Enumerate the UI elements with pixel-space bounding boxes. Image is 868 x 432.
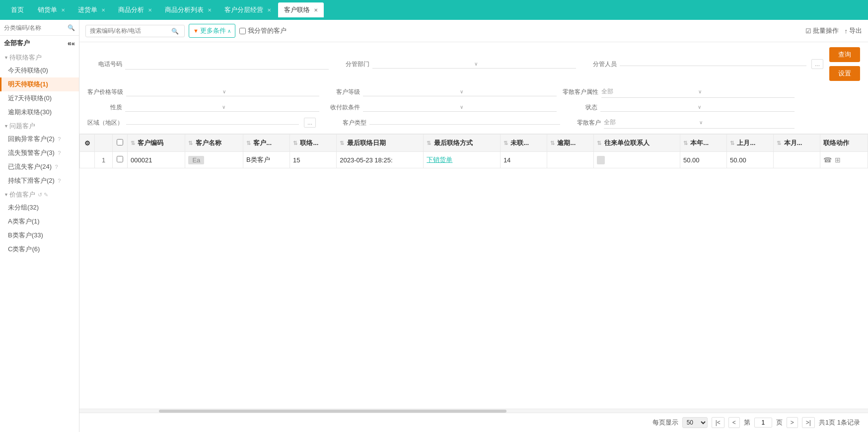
next-page-btn[interactable]: > [787,417,798,428]
col-code: ⇅ 客户编码 [128,135,185,152]
search-icon[interactable] [171,27,179,35]
main-layout: 全部客户 « 待联络客户 今天待联络(0) 明天待联络(1) 近7天待联络(0)… [0,20,868,432]
retail-cust-select[interactable]: 全部 ∨ [604,117,795,129]
payment-field: 收付款条件 ∨ [325,103,557,112]
select-all-checkbox[interactable] [117,139,123,145]
filter-row-2: 客户价格等级 ∨ 客户等级 ∨ 零散客户属性 全部 [87,86,860,98]
phone-action-icon[interactable]: ☎ [823,156,832,164]
group-pending-label[interactable]: 待联络客户 [0,51,79,64]
sidebar-item-churn-warn[interactable]: 流失预警客户(3) ? [0,146,79,160]
sidebar-item-churned[interactable]: 已流失客户(24) ? [0,160,79,174]
sidebar-item-c-class[interactable]: C类客户(6) [0,242,79,256]
row-last-method-cell: 下销货单 [424,152,501,168]
col-action: 联络动作 [820,135,868,152]
nav-tab-1[interactable]: 进货单 ✕ [72,2,111,17]
page-input[interactable] [754,418,772,428]
phone-input[interactable] [125,59,329,70]
customers-table: ⚙ ⇅ 客户编码 ⇅ 客户名称 [79,134,868,168]
sidebar-item-b-class[interactable]: B类客户(33) [0,228,79,242]
gear-icon[interactable]: ⚙ [84,140,90,147]
dept-arrow-icon: ∨ [474,61,576,67]
cust-price-level-select[interactable]: ∨ [126,87,319,96]
sidebar-item-a-class[interactable]: A类客户(1) [0,215,79,228]
group-problem-label[interactable]: 问题客户 [0,119,79,132]
nav-tab-5[interactable]: 客户联络 ✕ [278,2,324,17]
first-page-btn[interactable]: |< [712,417,724,428]
sidebar-item-tomorrow[interactable]: 明天待联络(1) [0,77,79,91]
region-select[interactable] [126,121,299,125]
scroll-indicator [79,409,868,413]
row-last-month-cell: 50.00 [727,152,774,168]
nav-tab-close-2[interactable]: ✕ [148,7,152,13]
sidebar-search-input[interactable] [4,24,66,31]
sidebar-item-overdue[interactable]: 逾期未联络(30) [0,105,79,119]
filter-toolbar: ▼ 更多条件 ∧ 我分管的客户 ☑ 批量操作 ↑ 导出 [79,20,868,42]
setting-button[interactable]: 设置 [829,66,860,81]
sidebar-search-icon[interactable] [68,24,75,31]
nav-tab-4[interactable]: 客户分层经营 ✕ [218,2,277,17]
col-last-date: ⇅ 最后联络日期 [337,135,424,152]
export-btn[interactable]: ↑ 导出 [845,26,863,35]
sidebar-collapse-icon[interactable]: « [68,39,75,47]
retail-cust-arrow-icon: ∨ [699,120,795,125]
col-num [95,135,113,152]
per-page-select[interactable]: 50 100 200 [682,417,708,428]
cust-price-level-field: 客户价格等级 ∨ [87,87,319,96]
nav-tab-2[interactable]: 商品分析 ✕ [112,2,158,17]
sidebar-item-today[interactable]: 今天待联络(0) [0,64,79,77]
top-nav: 首页 销货单 ✕ 进货单 ✕ 商品分析 ✕ 商品分析列表 ✕ 客户分层经营 ✕ … [0,0,868,20]
col-checkbox [113,135,128,152]
person-select[interactable] [620,63,806,66]
row-checkbox[interactable] [117,156,123,162]
prev-page-btn[interactable]: < [728,417,740,428]
cust-level-select[interactable]: ∨ [363,87,557,96]
nav-tab-3[interactable]: 商品分析列表 ✕ [159,2,217,17]
col-contact: ⇅ 联络... [290,135,337,152]
my-customers-checkbox-wrap[interactable]: 我分管的客户 [239,26,287,35]
row-checkbox-cell [113,152,128,168]
sidebar-item-week[interactable]: 近7天待联络(0) [0,91,79,105]
scroll-thumb[interactable] [159,410,506,413]
nav-home[interactable]: 首页 [4,2,31,17]
group-value-label[interactable]: 价值客户 ↺ ✎ [0,188,79,201]
grid-action-icon[interactable]: ⊞ [835,156,841,164]
col-name: ⇅ 客户名称 [185,135,243,152]
nav-tab-close-3[interactable]: ✕ [208,7,212,13]
nav-tab-close-5[interactable]: ✕ [314,7,318,13]
row-unit-contact-cell [594,152,680,168]
col-last-method: ⇅ 最后联络方式 [424,135,501,152]
nav-tab-close-0[interactable]: ✕ [61,7,65,13]
nav-tab-0[interactable]: 销货单 ✕ [32,2,71,17]
person-field: 分管人员 ... [582,59,823,69]
retail-attr-select[interactable]: 全部 ∨ [601,86,795,98]
search-input[interactable] [90,27,169,34]
person-ellipsis-btn[interactable]: ... [811,59,823,69]
sidebar-search-wrap [0,20,79,36]
status-select[interactable]: ∨ [600,103,795,112]
all-customers-header[interactable]: 全部客户 « [0,36,79,51]
payment-select[interactable]: ∨ [363,103,557,112]
per-page-label: 每页显示 [652,418,678,427]
batch-icon: ☑ [805,27,811,35]
query-button[interactable]: 查询 [829,47,860,62]
row-contact-cell: 15 [290,152,337,168]
sidebar-item-abnormal[interactable]: 回购异常客户(2) ? [0,132,79,146]
my-customers-checkbox[interactable] [239,28,246,34]
batch-operation-btn[interactable]: ☑ 批量操作 [805,26,839,35]
sidebar-item-ungrouped[interactable]: 未分组(32) [0,201,79,215]
nav-tab-close-4[interactable]: ✕ [267,7,271,13]
region-ellipsis-btn[interactable]: ... [304,118,316,128]
nature-select[interactable]: ∨ [125,103,319,112]
total-records: 共1页 1条记录 [819,418,860,427]
row-this-month-cell [774,152,820,168]
cust-type-select[interactable] [369,121,560,125]
dept-select[interactable]: ∨ [372,60,576,69]
nav-tab-close-1[interactable]: ✕ [101,7,105,13]
page-suffix: 页 [776,418,783,427]
more-conditions-btn[interactable]: ▼ 更多条件 ∧ [189,24,235,38]
price-level-arrow-icon: ∨ [222,89,319,94]
last-page-btn[interactable]: >| [802,417,815,428]
col-unit-contact: ⇅ 往来单位联系人 [594,135,680,152]
sidebar-item-declining[interactable]: 持续下滑客户(2) ? [0,174,79,188]
row-unlinkd-cell: 14 [500,152,547,168]
